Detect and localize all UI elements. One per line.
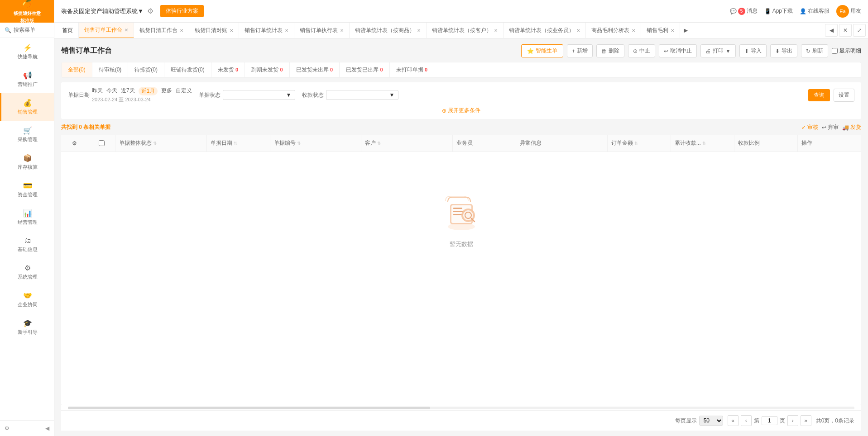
th-status[interactable]: 单据整体状态 ⇅ — [115, 135, 207, 152]
th-check[interactable] — [88, 135, 115, 152]
cancel-stop-btn[interactable]: ↩ 取消中止 — [659, 44, 697, 57]
search-menu[interactable]: 🔍 搜索菜单 — [0, 23, 54, 38]
user-btn[interactable]: Ea 用友 — [836, 5, 861, 18]
th-staff[interactable]: 业务员 — [453, 135, 516, 152]
ship-btn[interactable]: 🚚 发货 — [842, 123, 861, 131]
sidebar-item-finance[interactable]: 💳 资金管理 — [0, 176, 54, 204]
sub-tab-shipped-out[interactable]: 已发货已出库 0 — [340, 62, 389, 77]
tab-summary-customer[interactable]: 销货单统计表（按客户） ✕ — [427, 23, 504, 38]
print-btn[interactable]: 🖨 打印 ▼ — [700, 44, 736, 57]
tab-close-sales-order[interactable]: ✕ — [125, 28, 128, 33]
tab-sales-order[interactable]: 销售订单工作台 ✕ — [79, 23, 134, 38]
sidebar-item-enterprise[interactable]: 🤝 企业协同 — [0, 286, 54, 313]
sidebar-item-purchase[interactable]: 🛒 采购管理 — [0, 121, 54, 148]
sub-tab-pending-review[interactable]: 待审核(0) — [92, 62, 129, 77]
sidebar-item-operation[interactable]: 📊 经营管理 — [0, 204, 54, 231]
tab-close-goods-margin[interactable]: ✕ — [632, 28, 635, 33]
per-page-select[interactable]: 10 20 50 100 — [699, 416, 723, 426]
sub-tab-wangpu-ship[interactable]: 旺铺待发货(0) — [164, 62, 211, 77]
th-amount[interactable]: 订单金额 ⇅ — [608, 135, 671, 152]
tab-close-cash-account[interactable]: ✕ — [230, 28, 233, 33]
first-page-btn[interactable]: « — [728, 415, 739, 426]
th-customer[interactable]: 客户 ⇅ — [361, 135, 453, 152]
cancel-review-btn[interactable]: ↩ 弃审 — [822, 123, 839, 131]
date-1month[interactable]: 近1月 — [139, 87, 158, 95]
th-settings[interactable]: ⚙ — [61, 135, 88, 152]
tab-goods-margin[interactable]: 商品毛利分析表 ✕ — [586, 23, 641, 38]
sub-tab-overdue-ship[interactable]: 到期未发货 0 — [245, 62, 289, 77]
online-service-btn[interactable]: 👤 在线客服 — [800, 7, 830, 15]
scroll-thumb[interactable] — [68, 407, 430, 409]
th-collected[interactable]: 累计收款... ⇅ — [671, 135, 734, 152]
th-date[interactable]: 单据日期 ⇅ — [207, 135, 270, 152]
tab-close-summary-product[interactable]: ✕ — [417, 28, 421, 33]
tab-close-all-btn[interactable]: ✕ — [839, 24, 852, 37]
tab-more-btn[interactable]: ▶ — [680, 27, 691, 33]
import-btn[interactable]: ⬆ 导入 — [739, 44, 767, 57]
filter-settings-btn[interactable]: 设置 — [834, 89, 854, 102]
sub-tab-shipped-not-out[interactable]: 已发货未出库 0 — [290, 62, 340, 77]
settings-icon[interactable]: ⚙ — [5, 425, 10, 431]
top-settings-icon[interactable]: ⚙ — [147, 7, 153, 15]
tab-sales-profit[interactable]: 销售毛利 ✕ — [641, 23, 680, 38]
tab-summary-product[interactable]: 销货单统计表（按商品） ✕ — [350, 23, 427, 38]
collapse-icon[interactable]: ◀ — [45, 425, 49, 431]
tab-close-sales-stats[interactable]: ✕ — [285, 28, 288, 33]
message-btn[interactable]: 💬 5 消息 — [730, 7, 758, 15]
export-btn[interactable]: ⬇ 导出 — [770, 44, 797, 57]
smart-generate-btn[interactable]: ⭐ 智能生单 — [521, 44, 563, 57]
sub-tab-pending-inspect[interactable]: 待拣货(0) — [128, 62, 164, 77]
scroll-bar[interactable] — [61, 405, 861, 410]
date-7days[interactable]: 近7天 — [121, 87, 135, 95]
tab-close-summary-staff[interactable]: ✕ — [576, 28, 580, 33]
tab-sales-stats[interactable]: 销售订单统计表 ✕ — [239, 23, 294, 38]
select-all-checkbox[interactable] — [99, 140, 105, 146]
filter-collect-select[interactable]: ▼ — [326, 90, 398, 100]
sidebar-item-quick-nav[interactable]: ⚡ 快捷导航 — [0, 38, 54, 66]
page-number-input[interactable] — [762, 416, 777, 425]
experience-btn[interactable]: 体验行业方案 — [160, 5, 204, 17]
tab-close-sales-profit[interactable]: ✕ — [671, 28, 674, 33]
tab-cash-daily[interactable]: 钱货日清工作台 ✕ — [134, 23, 189, 38]
tab-sales-exec[interactable]: 销售订单执行表 ✕ — [294, 23, 350, 38]
th-ratio[interactable]: 收款比例 — [734, 135, 798, 152]
filter-expand-btn[interactable]: ⊕ 展开更多条件 — [442, 107, 480, 114]
query-btn[interactable]: 查询 — [808, 89, 830, 101]
system-dropdown-icon[interactable]: ▼ — [138, 8, 144, 14]
show-detail-label[interactable]: 显示明细 — [832, 47, 861, 55]
sidebar-item-inventory[interactable]: 📦 库存核算 — [0, 148, 54, 176]
tab-close-cash-daily[interactable]: ✕ — [180, 28, 183, 33]
next-page-btn[interactable]: › — [787, 415, 798, 426]
show-detail-checkbox[interactable] — [832, 48, 838, 54]
th-code[interactable]: 单据编号 ⇅ — [270, 135, 362, 152]
date-today[interactable]: 今天 — [106, 87, 117, 95]
th-error[interactable]: 异常信息 — [516, 135, 608, 152]
tab-home[interactable]: 首页 — [57, 23, 79, 38]
sidebar-item-guide[interactable]: 🎓 新手引导 — [0, 313, 54, 341]
sidebar-item-system[interactable]: ⚙ 系统管理 — [0, 258, 54, 286]
prev-page-btn[interactable]: ‹ — [741, 415, 752, 426]
add-btn[interactable]: + 新增 — [567, 44, 593, 57]
date-custom[interactable]: 自定义 — [176, 87, 192, 95]
app-download-btn[interactable]: 📱 App下载 — [764, 7, 793, 15]
review-btn[interactable]: ✓ 审核 — [801, 123, 818, 131]
tab-close-sales-exec[interactable]: ✕ — [340, 28, 344, 33]
sidebar-item-basic[interactable]: 🗂 基础信息 — [0, 231, 54, 258]
sub-tab-not-shipped[interactable]: 未发货 0 — [211, 62, 245, 77]
tab-summary-staff[interactable]: 销货单统计表（按业务员） ✕ — [504, 23, 586, 38]
sidebar-item-sales[interactable]: 💰 销售管理 — [0, 93, 54, 121]
delete-btn[interactable]: 🗑 删除 — [596, 44, 624, 57]
tab-close-summary-customer[interactable]: ✕ — [494, 28, 498, 33]
sidebar-item-marketing[interactable]: 📢 营销推广 — [0, 66, 54, 93]
refresh-btn[interactable]: ↻ 刷新 — [801, 44, 828, 57]
sub-tab-all[interactable]: 全部(0) — [62, 62, 92, 77]
filter-status-select[interactable]: ▼ — [223, 90, 295, 100]
last-page-btn[interactable]: » — [801, 415, 811, 426]
date-more[interactable]: 更多 — [161, 87, 172, 95]
date-yesterday[interactable]: 昨天 — [92, 87, 103, 95]
tab-cash-account[interactable]: 钱货日清对账 ✕ — [189, 23, 239, 38]
tab-prev-btn[interactable]: ◀ — [825, 24, 838, 37]
tab-maximize-btn[interactable]: ⤢ — [853, 24, 866, 37]
sub-tab-not-printed[interactable]: 未打印单据 0 — [390, 62, 434, 77]
stop-btn[interactable]: ⊙ 中止 — [628, 44, 655, 57]
